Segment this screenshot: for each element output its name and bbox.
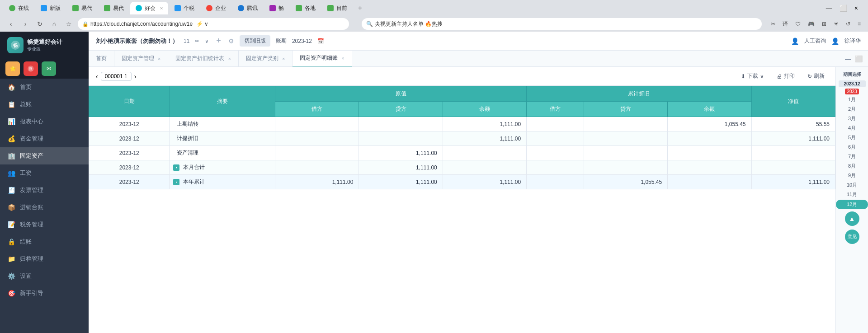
period-month-9[interactable]: 9月 [836, 171, 868, 180]
tab-home[interactable]: 首页 [89, 51, 114, 67]
browser-close-btn[interactable]: × [852, 4, 861, 13]
menu-btn[interactable]: ≡ [856, 20, 863, 28]
sidebar-item-home[interactable]: 🏠 首页 [0, 79, 89, 96]
settings-top-icon[interactable]: ⚙ [228, 38, 234, 45]
browser-tab-chang[interactable]: 畅 [264, 2, 289, 14]
tab-ledger-detail[interactable]: 固定资产明细账 × [292, 51, 352, 67]
browser-tab-muqian[interactable]: 目前 [322, 2, 353, 14]
sidebar-item-funds[interactable]: 💰 资金管理 [0, 130, 89, 147]
bookmark-button[interactable]: ☆ [63, 19, 74, 29]
new-tab-button[interactable]: + [354, 2, 366, 14]
tab-close-5[interactable]: × [160, 5, 163, 11]
sidebar-item-inventory[interactable]: 📦 进销台账 [0, 199, 89, 216]
period-month-4[interactable]: 4月 [836, 123, 868, 133]
tab-minimize-btn[interactable]: — [845, 55, 851, 62]
cut-btn[interactable]: ✂ [769, 20, 777, 28]
download-btn[interactable]: ⬇ 下载 ∨ [737, 70, 768, 82]
browser-minimize-btn[interactable]: — [823, 4, 835, 13]
search-bar[interactable]: 🔍 央视更新主持人名单 🔥热搜 [362, 18, 762, 30]
period-month-11[interactable]: 11月 [836, 190, 868, 199]
browser-tab-tengxun[interactable]: 腾讯 [232, 2, 263, 14]
history-btn[interactable]: ↺ [844, 20, 852, 28]
game-btn[interactable]: 🎮 [806, 20, 816, 28]
browser-tab-geshui[interactable]: 个税 [169, 2, 200, 14]
translate-btn[interactable]: 译 [781, 19, 790, 29]
sidebar-item-archive[interactable]: 📁 归档管理 [0, 250, 89, 267]
service-label[interactable]: 人工咨询 [804, 37, 826, 45]
browser-tab-zaixin[interactable]: 在线 [4, 2, 34, 14]
email-icon-btn[interactable]: ✉ [42, 61, 56, 76]
browser-tab-xinban[interactable]: 新版 [35, 2, 66, 14]
th-orig-balance: 余额 [443, 102, 526, 117]
tab-label-1: 在线 [18, 5, 29, 12]
sidebar-item-settings[interactable]: ⚙️ 设置 [0, 267, 89, 285]
row1-orig-debit [275, 117, 359, 131]
period-month-12-selected[interactable]: 12月 [836, 200, 868, 209]
tab-restore-btn[interactable]: ⬜ [855, 55, 863, 62]
tab-depreciation-close[interactable]: × [228, 56, 231, 61]
url-bar[interactable]: 🔒 https://cloud.chanjet.com/accounting/u… [78, 18, 349, 30]
period-month-6[interactable]: 6月 [836, 142, 868, 152]
scroll-top-btn[interactable]: ▲ [845, 211, 859, 226]
user-label[interactable]: 徐译华 [844, 37, 861, 45]
period-month-1[interactable]: 1月 [836, 95, 868, 104]
sidebar-item-guide[interactable]: 🎯 新手引导 [0, 285, 89, 302]
annual-icon: ▪ [173, 179, 179, 185]
sidebar-label-tax: 税务管理 [20, 220, 43, 229]
main-content: 刘小艳演示账套（勿删勿动！） 11 ✏ ∨ + ⚙ 切到旧版 账期 2023-1… [89, 32, 868, 333]
sidebar-item-invoice[interactable]: 🧾 发票管理 [0, 182, 89, 199]
dropdown-icon[interactable]: ∨ [205, 38, 209, 44]
sidebar-label-home: 首页 [20, 83, 32, 91]
back-button[interactable]: ‹ [5, 19, 16, 29]
tab-favicon-6 [175, 5, 181, 11]
url-extra-icons: ⚡ ∨ [196, 21, 208, 27]
switch-version-btn[interactable]: 切到旧版 [240, 35, 270, 47]
table-row: 2023-12 上期结转 1,111.00 1,055.45 55.55 [89, 117, 835, 131]
browser-tab-yidai2[interactable]: 易代 [99, 2, 129, 14]
sidebar-item-payroll[interactable]: 👥 工资 [0, 164, 89, 182]
forward-button[interactable]: › [20, 19, 31, 29]
tab-assets-close[interactable]: × [158, 56, 160, 61]
sidebar-item-reports[interactable]: 📊 报表中心 [0, 113, 89, 130]
reload-button[interactable]: ↻ [34, 19, 45, 29]
browser-tab-qiye[interactable]: 企业 [201, 2, 231, 14]
row4-dep-debit [527, 160, 584, 175]
period-month-5[interactable]: 5月 [836, 133, 868, 142]
grid-btn[interactable]: ⊞ [820, 20, 828, 28]
period-month-10[interactable]: 10月 [836, 180, 868, 190]
browser-tab-yidai1[interactable]: 易代 [67, 2, 98, 14]
tab-assets-mgmt[interactable]: 固定资产管理 × [114, 51, 168, 67]
row3-dep-balance [668, 146, 751, 160]
print-btn[interactable]: 🖨 打印 [773, 70, 798, 82]
page-number-display[interactable]: 000001 1 [101, 72, 132, 81]
tab-ledger-close[interactable]: × [341, 56, 344, 61]
period-month-3[interactable]: 3月 [836, 114, 868, 123]
shield-btn[interactable]: 🛡 [793, 20, 802, 28]
sidebar-item-ledger[interactable]: 📋 总账 [0, 96, 89, 113]
feedback-btn[interactable]: 意见 [845, 230, 859, 244]
browser-tab-haohui[interactable]: 好会 × [130, 2, 168, 14]
sidebar-item-assets[interactable]: 🏢 固定资产 [0, 147, 89, 164]
tab-category-close[interactable]: × [282, 56, 285, 61]
sidebar-item-closing[interactable]: 🔒 结账 [0, 233, 89, 250]
star-icon-btn[interactable]: ⭐ [5, 61, 20, 76]
tax-icon: 📝 [7, 221, 15, 228]
social-icon-btn[interactable]: 微 [24, 61, 38, 76]
sidebar-item-tax[interactable]: 📝 税务管理 [0, 216, 89, 233]
settings-icon: ⚙️ [7, 272, 15, 280]
row3-orig-credit: 1,111.00 [359, 146, 443, 160]
period-month-7[interactable]: 7月 [836, 152, 868, 161]
logo-title: 畅捷通好会计 [27, 38, 62, 46]
period-month-2[interactable]: 2月 [836, 104, 868, 114]
browser-restore-btn[interactable]: ⬜ [837, 4, 850, 13]
sun-btn[interactable]: ☀ [832, 20, 840, 28]
next-page-btn[interactable]: › [134, 73, 137, 80]
tab-category[interactable]: 固定资产类别 × [239, 51, 292, 67]
refresh-btn[interactable]: ↻ 刷新 [804, 70, 828, 82]
prev-page-btn[interactable]: ‹ [96, 73, 98, 80]
browser-tab-gedi[interactable]: 各地 [290, 2, 321, 14]
home-button[interactable]: ⌂ [49, 19, 60, 29]
calendar-icon[interactable]: 📅 [317, 38, 324, 44]
period-month-8[interactable]: 8月 [836, 161, 868, 171]
tab-depreciation-stats[interactable]: 固定资产折旧统计表 × [168, 51, 238, 67]
